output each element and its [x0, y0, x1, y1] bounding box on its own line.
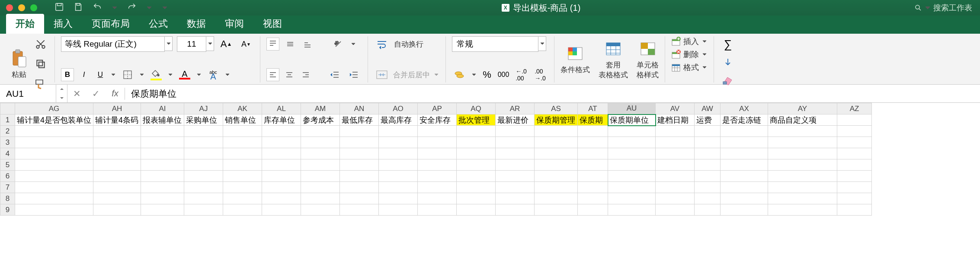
cell-AO7[interactable]	[379, 182, 418, 193]
fill-button[interactable]	[720, 54, 736, 70]
cell-AU4[interactable]	[608, 148, 656, 159]
ribbon-tab-2[interactable]: 页面布局	[82, 14, 139, 34]
row-header-3[interactable]: 3	[0, 137, 15, 148]
cell-AX4[interactable]	[721, 148, 768, 159]
cell-AS4[interactable]	[535, 148, 578, 159]
cell-AV4[interactable]	[656, 148, 695, 159]
cell-AP4[interactable]	[418, 148, 457, 159]
cell-AT2[interactable]	[578, 126, 608, 137]
cell-styles-button[interactable]: 单元格 格样式	[637, 39, 659, 80]
cell-AQ8[interactable]	[457, 193, 496, 204]
enter-formula-button[interactable]: ✓	[86, 89, 106, 99]
cell-AG5[interactable]	[15, 159, 93, 171]
cell-AN8[interactable]	[340, 193, 379, 204]
align-middle-button[interactable]	[284, 38, 297, 51]
underline-dropdown[interactable]	[110, 73, 116, 77]
cell-AG2[interactable]	[15, 126, 93, 137]
cell-AR3[interactable]	[496, 137, 535, 148]
cell-AU6[interactable]	[608, 171, 656, 182]
cell-AV5[interactable]	[656, 159, 695, 171]
qat-customize-dropdown[interactable]	[162, 6, 168, 10]
cell-AM2[interactable]	[301, 126, 340, 137]
cell-AY8[interactable]	[768, 193, 837, 204]
cell-AM5[interactable]	[301, 159, 340, 171]
cell-AK9[interactable]	[223, 204, 262, 216]
wrap-text-button[interactable]	[374, 36, 390, 52]
column-header-AN[interactable]: AN	[340, 103, 379, 114]
cell-AX9[interactable]	[721, 204, 768, 216]
cell-AR5[interactable]	[496, 159, 535, 171]
italic-button[interactable]: I	[77, 68, 90, 81]
cell-AM4[interactable]	[301, 148, 340, 159]
ribbon-tab-6[interactable]: 视图	[253, 14, 291, 34]
cell-AV7[interactable]	[656, 182, 695, 193]
cell-AJ1[interactable]: 采购单位	[184, 114, 223, 126]
cell-AJ6[interactable]	[184, 171, 223, 182]
column-header-AQ[interactable]: AQ	[457, 103, 496, 114]
cell-AW6[interactable]	[695, 171, 721, 182]
cell-AO3[interactable]	[379, 137, 418, 148]
cell-AZ2[interactable]	[837, 126, 872, 137]
cell-AL5[interactable]	[262, 159, 301, 171]
insert-cells-button[interactable]: 插入	[671, 36, 708, 47]
cell-AQ6[interactable]	[457, 171, 496, 182]
cell-AQ7[interactable]	[457, 182, 496, 193]
currency-button[interactable]	[452, 67, 468, 83]
cell-AS2[interactable]	[535, 126, 578, 137]
format-cells-button[interactable]: 格式	[671, 62, 708, 73]
ribbon-tab-0[interactable]: 开始	[6, 14, 44, 34]
currency-dropdown[interactable]	[471, 73, 477, 77]
cell-AK7[interactable]	[223, 182, 262, 193]
cell-AQ2[interactable]	[457, 126, 496, 137]
cell-AX8[interactable]	[721, 193, 768, 204]
cell-AW8[interactable]	[695, 193, 721, 204]
cell-AL1[interactable]: 库存单位	[262, 114, 301, 126]
cell-AM1[interactable]: 参考成本	[301, 114, 340, 126]
column-header-AV[interactable]: AV	[656, 103, 695, 114]
cell-AR9[interactable]	[496, 204, 535, 216]
cell-AV8[interactable]	[656, 193, 695, 204]
cell-AJ9[interactable]	[184, 204, 223, 216]
cell-AL7[interactable]	[262, 182, 301, 193]
delete-cells-button[interactable]: 删除	[671, 49, 708, 60]
cell-AG9[interactable]	[15, 204, 93, 216]
cell-AS3[interactable]	[535, 137, 578, 148]
cell-AH8[interactable]	[93, 193, 141, 204]
column-header-AH[interactable]: AH	[93, 103, 141, 114]
cell-AO9[interactable]	[379, 204, 418, 216]
cell-AK6[interactable]	[223, 171, 262, 182]
cell-AS7[interactable]	[535, 182, 578, 193]
cell-AN3[interactable]	[340, 137, 379, 148]
cell-AX2[interactable]	[721, 126, 768, 137]
cell-AT7[interactable]	[578, 182, 608, 193]
bold-button[interactable]: B	[61, 68, 74, 81]
cell-AO8[interactable]	[379, 193, 418, 204]
cell-AM8[interactable]	[301, 193, 340, 204]
cell-AL6[interactable]	[262, 171, 301, 182]
cell-AQ5[interactable]	[457, 159, 496, 171]
cell-AR8[interactable]	[496, 193, 535, 204]
cell-AQ3[interactable]	[457, 137, 496, 148]
cell-AG8[interactable]	[15, 193, 93, 204]
cell-AT9[interactable]	[578, 204, 608, 216]
cell-AQ9[interactable]	[457, 204, 496, 216]
number-format-selector[interactable]: 常规	[452, 36, 538, 52]
cell-AZ6[interactable]	[837, 171, 872, 182]
row-header-4[interactable]: 4	[0, 148, 15, 159]
cell-AW4[interactable]	[695, 148, 721, 159]
column-header-AK[interactable]: AK	[223, 103, 262, 114]
cell-AN9[interactable]	[340, 204, 379, 216]
percent-button[interactable]: %	[480, 68, 493, 81]
cell-AM7[interactable]	[301, 182, 340, 193]
sheet-search[interactable]: 搜索工作表	[914, 3, 980, 13]
cell-AY6[interactable]	[768, 171, 837, 182]
cell-AU2[interactable]	[608, 126, 656, 137]
cell-AP5[interactable]	[418, 159, 457, 171]
copy-button[interactable]	[33, 56, 48, 72]
cell-AI3[interactable]	[141, 137, 184, 148]
cell-AT6[interactable]	[578, 171, 608, 182]
cell-AG6[interactable]	[15, 171, 93, 182]
cell-AP7[interactable]	[418, 182, 457, 193]
cell-AX3[interactable]	[721, 137, 768, 148]
column-header-AJ[interactable]: AJ	[184, 103, 223, 114]
